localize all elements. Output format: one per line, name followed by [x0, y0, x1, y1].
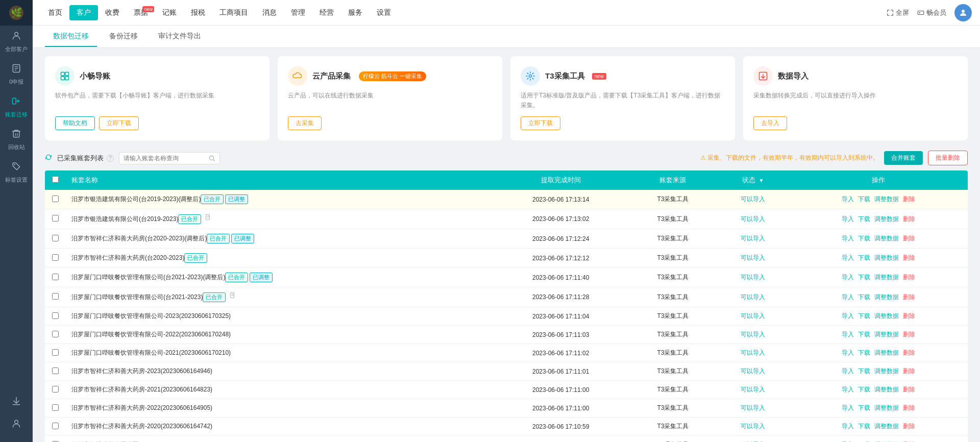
action-调整数据[interactable]: 调整数据 — [874, 235, 899, 242]
fullscreen-btn[interactable]: 全屏 — [887, 8, 909, 17]
nav-billing[interactable]: 收费 — [98, 5, 127, 20]
col-status[interactable]: 状态 ▼ — [717, 170, 790, 190]
download-now-button[interactable]: 立即下载 — [99, 116, 139, 130]
row-checkbox[interactable] — [52, 195, 59, 202]
sidebar-item-download[interactable] — [0, 391, 33, 411]
nav-tax[interactable]: 报税 — [184, 5, 212, 20]
action-删除[interactable]: 删除 — [903, 274, 915, 281]
row-checkbox[interactable] — [52, 274, 59, 280]
help-doc-button[interactable]: 帮助文档 — [55, 116, 95, 130]
action-删除[interactable]: 删除 — [903, 312, 915, 320]
search-icon[interactable] — [208, 155, 215, 162]
row-checkbox[interactable] — [52, 331, 59, 337]
row-checkbox[interactable] — [52, 423, 59, 429]
nav-operation[interactable]: 经营 — [312, 5, 341, 20]
action-下载[interactable]: 下载 — [858, 423, 870, 430]
row-checkbox[interactable] — [52, 215, 59, 222]
action-删除[interactable]: 删除 — [903, 386, 915, 393]
action-下载[interactable]: 下载 — [858, 254, 870, 261]
action-导入[interactable]: 导入 — [842, 215, 854, 223]
action-导入[interactable]: 导入 — [842, 254, 854, 261]
action-导入[interactable]: 导入 — [842, 195, 854, 203]
nav-message[interactable]: 消息 — [255, 5, 284, 20]
action-调整数据[interactable]: 调整数据 — [874, 349, 899, 356]
row-checkbox[interactable] — [52, 312, 59, 319]
nav-business[interactable]: 工商项目 — [212, 5, 255, 20]
action-下载[interactable]: 下载 — [858, 331, 870, 338]
action-导入[interactable]: 导入 — [842, 423, 854, 430]
tab-backup-migration[interactable]: 备份迁移 — [101, 27, 146, 47]
action-调整数据[interactable]: 调整数据 — [874, 274, 899, 281]
merge-btn[interactable]: 合并账套 — [884, 151, 923, 165]
action-导入[interactable]: 导入 — [842, 349, 854, 356]
action-调整数据[interactable]: 调整数据 — [874, 254, 899, 261]
nav-client[interactable]: 客户 — [69, 5, 98, 20]
tab-audit-export[interactable]: 审计文件导出 — [150, 27, 209, 47]
sidebar-item-all-clients[interactable]: 全部客户 — [0, 26, 33, 58]
action-导入[interactable]: 导入 — [842, 293, 854, 301]
search-input[interactable] — [124, 155, 205, 162]
action-导入[interactable]: 导入 — [842, 404, 854, 411]
nav-settings[interactable]: 设置 — [370, 5, 398, 20]
action-删除[interactable]: 删除 — [903, 423, 915, 430]
nav-home[interactable]: 首页 — [41, 5, 69, 20]
row-checkbox[interactable] — [52, 254, 59, 261]
sidebar-item-zero-report[interactable]: 0申报 — [0, 58, 33, 91]
refresh-icon[interactable] — [45, 154, 52, 162]
action-导入[interactable]: 导入 — [842, 331, 854, 338]
action-调整数据[interactable]: 调整数据 — [874, 404, 899, 411]
user-avatar[interactable] — [954, 4, 972, 21]
action-删除[interactable]: 删除 — [903, 195, 915, 203]
tab-data-migration[interactable]: 数据包迁移 — [45, 27, 97, 47]
action-下载[interactable]: 下载 — [858, 274, 870, 281]
action-删除[interactable]: 删除 — [903, 254, 915, 261]
t3-download-button[interactable]: 立即下载 — [521, 116, 560, 130]
nav-manage[interactable]: 管理 — [284, 5, 312, 20]
action-删除[interactable]: 删除 — [903, 215, 915, 223]
action-下载[interactable]: 下载 — [858, 312, 870, 320]
sidebar-item-recycle[interactable]: 回收站 — [0, 124, 33, 156]
batch-delete-btn[interactable]: 批量删除 — [928, 151, 968, 165]
row-checkbox[interactable] — [52, 404, 59, 411]
sidebar-item-user[interactable] — [0, 413, 33, 434]
action-下载[interactable]: 下载 — [858, 293, 870, 301]
nav-invoice[interactable]: 票据 new — [127, 5, 155, 20]
row-checkbox[interactable] — [52, 293, 59, 300]
action-调整数据[interactable]: 调整数据 — [874, 215, 899, 223]
action-删除[interactable]: 删除 — [903, 367, 915, 375]
action-调整数据[interactable]: 调整数据 — [874, 386, 899, 393]
sidebar-item-tag-settings[interactable]: 标签设置 — [0, 156, 33, 189]
action-导入[interactable]: 导入 — [842, 235, 854, 242]
action-下载[interactable]: 下载 — [858, 235, 870, 242]
action-删除[interactable]: 删除 — [903, 404, 915, 411]
go-collect-button[interactable]: 去采集 — [288, 116, 322, 130]
select-all-checkbox[interactable] — [52, 176, 59, 183]
action-下载[interactable]: 下载 — [858, 215, 870, 223]
action-导入[interactable]: 导入 — [842, 367, 854, 375]
action-下载[interactable]: 下载 — [858, 404, 870, 411]
action-删除[interactable]: 删除 — [903, 293, 915, 301]
col-check[interactable] — [45, 170, 65, 190]
action-调整数据[interactable]: 调整数据 — [874, 423, 899, 430]
action-调整数据[interactable]: 调整数据 — [874, 195, 899, 203]
nav-service[interactable]: 服务 — [341, 5, 370, 20]
row-checkbox[interactable] — [52, 235, 59, 241]
action-删除[interactable]: 删除 — [903, 235, 915, 242]
action-删除[interactable]: 删除 — [903, 331, 915, 338]
action-调整数据[interactable]: 调整数据 — [874, 312, 899, 320]
action-下载[interactable]: 下载 — [858, 349, 870, 356]
action-导入[interactable]: 导入 — [842, 386, 854, 393]
nav-account[interactable]: 记账 — [155, 5, 184, 20]
action-导入[interactable]: 导入 — [842, 274, 854, 281]
action-下载[interactable]: 下载 — [858, 195, 870, 203]
go-import-button[interactable]: 去导入 — [753, 116, 787, 130]
action-调整数据[interactable]: 调整数据 — [874, 331, 899, 338]
sidebar-item-account-migration[interactable]: 账套迁移 — [0, 91, 33, 124]
action-调整数据[interactable]: 调整数据 — [874, 367, 899, 375]
action-下载[interactable]: 下载 — [858, 386, 870, 393]
action-删除[interactable]: 删除 — [903, 349, 915, 356]
action-导入[interactable]: 导入 — [842, 312, 854, 320]
row-checkbox[interactable] — [52, 349, 59, 356]
search-box[interactable] — [119, 152, 220, 164]
member-btn[interactable]: 畅会员 — [917, 8, 946, 17]
